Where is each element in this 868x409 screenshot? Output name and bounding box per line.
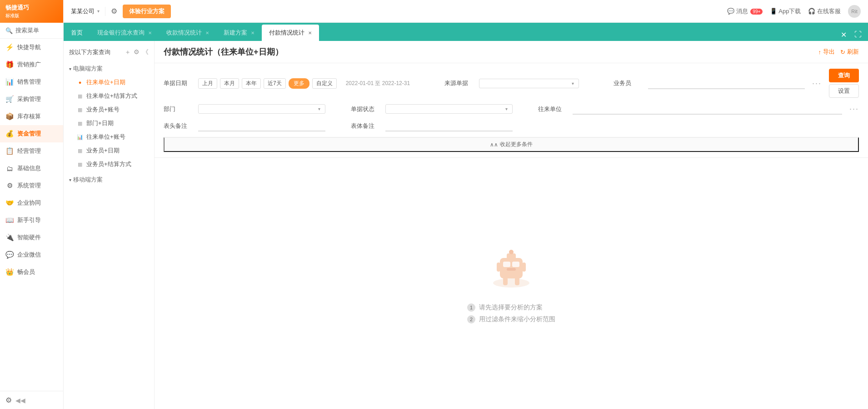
dept-select-arrow: ▾ xyxy=(318,106,320,111)
close-tab-bank-flow[interactable]: ✕ xyxy=(148,30,152,35)
search-menu[interactable]: 🔍 搜索菜单 xyxy=(0,23,63,39)
sidebar-item-guide[interactable]: 📖 新手引导 xyxy=(0,212,63,229)
close-tab-receipt-stats[interactable]: ✕ xyxy=(205,30,209,35)
body-note-input[interactable] xyxy=(385,120,513,131)
add-scheme-icon[interactable]: ＋ xyxy=(125,48,131,56)
svg-rect-3 xyxy=(512,262,519,267)
topbar-divider xyxy=(105,7,105,16)
scheme-item-icon: ▦ xyxy=(76,147,84,154)
sidebar-item-system[interactable]: ⚙ 系统管理 xyxy=(0,177,63,194)
sidebar-item-icon-sales: 📊 xyxy=(5,78,14,86)
tab-receipt-stats[interactable]: 收款情况统计✕ xyxy=(159,25,216,41)
export-label: 导出 xyxy=(823,48,835,56)
close-tab-payment-stats[interactable]: ✕ xyxy=(308,30,312,35)
company-selector[interactable]: 某某公司 ▾ xyxy=(71,7,100,15)
source-select[interactable]: ▾ xyxy=(479,79,579,88)
filter-row-2: 部门 ▾ 单据状态 ▾ 往来单位 ··· xyxy=(164,103,859,115)
maximize-icon[interactable]: ⛶ xyxy=(852,28,864,41)
header-note-input-area xyxy=(198,120,325,131)
topbar-gear-icon[interactable]: ⚙ xyxy=(111,7,117,15)
scheme-settings-icon[interactable]: ⚙ xyxy=(134,48,140,56)
svg-rect-2 xyxy=(503,262,510,267)
sidebar-item-icon-marketing: 🎁 xyxy=(5,61,14,69)
scheme-item-业务员+结算方式[interactable]: ▦ 业务员+结算方式 xyxy=(64,157,154,171)
settings-icon[interactable]: ⚙ xyxy=(5,396,12,404)
tab-payment-stats[interactable]: 付款情况统计✕ xyxy=(262,25,319,41)
collapse-panel-icon[interactable]: 《 xyxy=(142,48,149,56)
sidebar-item-inventory[interactable]: 📦 库存核算 xyxy=(0,108,63,125)
svg-rect-9 xyxy=(503,277,508,285)
scheme-group-移动端方案: ▾ 移动端方案 xyxy=(64,173,154,187)
empty-state: 1 请先选择要分析的方案 2 用过滤条件来缩小分析范围 xyxy=(155,158,868,409)
more-date-btn[interactable]: 更多 xyxy=(289,78,309,89)
sidebar-item-collab[interactable]: 🤝 企业协同 xyxy=(0,194,63,212)
scheme-item-业务员+账号[interactable]: ▦ 业务员+账号 xyxy=(64,103,154,116)
tab-label-receipt-stats: 收款情况统计 xyxy=(166,29,202,37)
sidebar-item-hardware[interactable]: 🔌 智能硬件 xyxy=(0,229,63,246)
scheme-item-部门+日期[interactable]: ▦ 部门+日期 xyxy=(64,116,154,130)
sidebar-item-quick-nav[interactable]: ⚡ 快捷导航 xyxy=(0,39,63,56)
close-tab-new-scheme[interactable]: ✕ xyxy=(251,30,254,35)
sidebar-item-wechat[interactable]: 💬 企业微信 xyxy=(0,246,63,263)
partner-input[interactable] xyxy=(573,103,842,114)
salesperson-input[interactable] xyxy=(648,78,805,89)
query-btn[interactable]: 查询 xyxy=(829,69,859,82)
app-download-btn[interactable]: 📱 App下载 xyxy=(770,7,801,15)
sidebar-item-icon-basic: 🗂 xyxy=(5,164,14,172)
status-select-arrow: ▾ xyxy=(505,106,508,111)
page-actions: ↑ 导出 ↻ 刷新 xyxy=(818,48,859,56)
last-month-btn[interactable]: 上月 xyxy=(198,78,217,89)
sidebar-item-label-system: 系统管理 xyxy=(17,182,41,190)
tab-bank-flow[interactable]: 现金银行流水查询✕ xyxy=(90,25,159,41)
message-btn[interactable]: 💬 消息 99+ xyxy=(727,7,763,15)
sidebar-item-marketing[interactable]: 🎁 营销推广 xyxy=(0,56,63,73)
salesperson-more-btn[interactable]: ··· xyxy=(812,79,822,88)
scheme-item-往来单位+账号[interactable]: 📊 往来单位+账号 xyxy=(64,130,154,144)
settings-btn[interactable]: 设置 xyxy=(829,84,859,98)
refresh-label: 刷新 xyxy=(847,48,859,56)
try-industry-btn[interactable]: 体验行业方案 xyxy=(123,5,171,18)
svg-rect-7 xyxy=(497,263,500,272)
status-select[interactable]: ▾ xyxy=(385,104,513,114)
partner-input-area xyxy=(573,103,842,115)
this-year-btn[interactable]: 本年 xyxy=(242,78,261,89)
dept-select[interactable]: ▾ xyxy=(198,104,325,114)
custom-date-btn[interactable]: 自定义 xyxy=(312,78,337,89)
scheme-item-业务员+日期[interactable]: ▦ 业务员+日期 xyxy=(64,144,154,157)
scheme-item-icon: ▦ xyxy=(76,161,84,168)
close-all-tabs-icon[interactable]: ✕ xyxy=(837,28,850,41)
partner-more-btn[interactable]: ··· xyxy=(849,104,859,114)
page-title: 付款情况统计（往来单位+日期） xyxy=(164,46,283,57)
body-note-input-area xyxy=(385,120,513,131)
empty-tip-2: 2 用过滤条件来缩小分析范围 xyxy=(467,315,555,323)
last-7-days-btn[interactable]: 近7天 xyxy=(264,78,286,89)
scheme-item-往来单位+结算方式[interactable]: ▦ 往来单位+结算方式 xyxy=(64,89,154,103)
sidebar-item-label-member: 畅会员 xyxy=(17,268,35,276)
panel-title: 按以下方案查询 xyxy=(69,48,110,56)
sidebar-item-member[interactable]: 👑 畅会员 xyxy=(0,263,63,281)
collapse-sidebar-icon[interactable]: ◀◀ xyxy=(15,397,25,404)
sidebar-item-label-guide: 新手引导 xyxy=(17,216,41,224)
this-month-btn[interactable]: 本月 xyxy=(220,78,239,89)
sidebar-item-purchase[interactable]: 🛒 采购管理 xyxy=(0,91,63,108)
scheme-group-title[interactable]: ▾ 电脑端方案 xyxy=(64,62,154,76)
scheme-group-title[interactable]: ▾ 移动端方案 xyxy=(64,173,154,187)
tab-new-scheme[interactable]: 新建方案✕ xyxy=(216,25,262,41)
partner-label: 往来单位 xyxy=(538,105,565,113)
empty-tips: 1 请先选择要分析的方案 2 用过滤条件来缩小分析范围 xyxy=(467,303,555,327)
scheme-item-icon: ▦ xyxy=(76,92,84,100)
tab-home[interactable]: 首页 xyxy=(64,25,90,41)
refresh-btn[interactable]: ↻ 刷新 xyxy=(840,48,859,56)
filter-collapse-divider: ∧∧ 收起更多条件 xyxy=(164,137,859,152)
sidebar-item-finance[interactable]: 💰 资金管理 xyxy=(0,125,63,142)
sidebar-item-basic[interactable]: 🗂 基础信息 xyxy=(0,160,63,177)
export-btn[interactable]: ↑ 导出 xyxy=(818,48,835,56)
collapse-filters-btn[interactable]: ∧∧ 收起更多条件 xyxy=(164,137,859,152)
sidebar-item-operations[interactable]: 📋 经营管理 xyxy=(0,142,63,160)
header-note-input[interactable] xyxy=(198,120,325,131)
user-avatar[interactable]: Rit xyxy=(848,5,861,18)
sidebar-item-sales[interactable]: 📊 销售管理 xyxy=(0,73,63,91)
scheme-item-往来单位+日期[interactable]: ● 往来单位+日期 xyxy=(64,76,154,89)
scheme-item-label: 业务员+账号 xyxy=(86,106,120,114)
online-service-btn[interactable]: 🎧 在线客服 xyxy=(808,7,841,15)
